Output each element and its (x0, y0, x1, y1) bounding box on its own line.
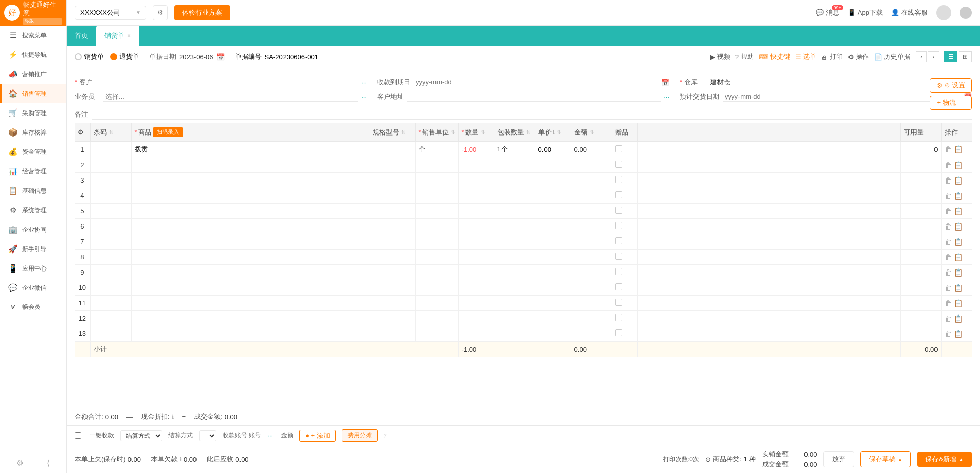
gift-checkbox[interactable] (615, 207, 622, 214)
settings-bottom-icon[interactable]: ⚙ (16, 458, 24, 468)
cell-product[interactable] (131, 173, 369, 188)
sidebar-item-operations[interactable]: 📊 经营管理 (0, 162, 66, 181)
cell-barcode[interactable] (90, 280, 131, 296)
cell-spec[interactable] (369, 204, 415, 219)
spec-input[interactable] (373, 192, 412, 199)
receive-date-input[interactable] (413, 77, 656, 87)
price-input[interactable] (538, 314, 568, 322)
cell-product[interactable] (131, 219, 369, 234)
copy-icon[interactable]: 📋 (954, 145, 963, 153)
spec-input[interactable] (373, 176, 412, 184)
cell-product[interactable] (131, 142, 369, 157)
cell-product[interactable] (131, 280, 369, 296)
cell-barcode[interactable] (90, 219, 131, 234)
sidebar-item-enterprise[interactable]: 🏢 企业协同 (0, 220, 66, 239)
price-input[interactable] (538, 238, 568, 245)
delete-icon[interactable]: 🗑 (945, 222, 952, 231)
sidebar-item-guide[interactable]: 🚀 新手引导 (0, 239, 66, 259)
video-link[interactable]: ▶ 视频 (710, 52, 730, 61)
th-qty[interactable]: * 数量 ⇅ (458, 123, 494, 142)
cell-product[interactable] (131, 326, 369, 342)
cell-product[interactable] (131, 157, 369, 173)
cell-spec[interactable] (369, 188, 415, 204)
barcode-input[interactable] (94, 176, 128, 184)
qty-input[interactable] (462, 176, 491, 184)
payment-account-select[interactable] (199, 430, 216, 441)
delete-icon[interactable]: 🗑 (945, 176, 952, 185)
qty-input[interactable] (462, 222, 491, 230)
cell-barcode[interactable] (90, 311, 131, 326)
qty-input[interactable] (462, 207, 491, 215)
th-spec[interactable]: 规格型号 ⇅ (369, 123, 415, 142)
copy-icon[interactable]: 📋 (954, 314, 963, 323)
sidebar-item-shortcut[interactable]: ⚡ 快捷导航 (0, 45, 66, 64)
cell-spec[interactable] (369, 219, 415, 234)
product-input[interactable] (135, 330, 366, 337)
tab-sales-order[interactable]: 销货单 × (96, 26, 139, 46)
price-input[interactable] (538, 222, 568, 230)
cell-price[interactable] (535, 204, 571, 219)
cell-qty[interactable] (458, 173, 494, 188)
spec-input[interactable] (373, 330, 412, 337)
th-unit[interactable]: * 销售单位 ⇅ (415, 123, 458, 142)
sidebar-item-inventory[interactable]: 📦 库存核算 (0, 123, 66, 142)
cell-price[interactable] (535, 188, 571, 204)
cell-price[interactable] (535, 250, 571, 265)
barcode-input[interactable] (94, 299, 128, 307)
delete-icon[interactable]: 🗑 (945, 330, 952, 338)
barcode-input[interactable] (94, 268, 128, 276)
cell-price[interactable] (535, 311, 571, 326)
avatar[interactable] (936, 5, 951, 20)
sidebar-item-sales[interactable]: 🏠 销售管理 (0, 84, 66, 103)
cell-gift[interactable] (612, 188, 637, 204)
cell-gift[interactable] (612, 265, 637, 280)
qty-input[interactable] (462, 253, 491, 261)
spec-input[interactable] (373, 268, 412, 276)
cell-gift[interactable] (612, 326, 637, 342)
gift-checkbox[interactable] (615, 253, 622, 260)
expense-split-button[interactable]: 费用分摊 (342, 429, 378, 442)
th-barcode[interactable]: 条码 ⇅ (90, 123, 131, 142)
expected-date-input[interactable] (723, 92, 959, 102)
barcode-input[interactable] (94, 330, 128, 337)
cell-spec[interactable] (369, 326, 415, 342)
product-input[interactable] (135, 222, 366, 230)
product-input[interactable] (135, 192, 366, 199)
sidebar-item-appstore[interactable]: 📱 应用中心 (0, 259, 66, 278)
cell-qty[interactable] (458, 326, 494, 342)
remark-input[interactable] (92, 109, 972, 120)
cell-price[interactable] (535, 173, 571, 188)
cell-price[interactable] (535, 157, 571, 173)
price-input[interactable] (538, 299, 568, 307)
copy-icon[interactable]: 📋 (954, 238, 963, 246)
app-download-button[interactable]: 📱 App下载 (847, 8, 883, 17)
qty-input[interactable] (462, 161, 491, 169)
product-input[interactable] (135, 238, 366, 245)
delete-icon[interactable]: 🗑 (945, 299, 952, 307)
barcode-input[interactable] (94, 314, 128, 322)
tab-close-icon[interactable]: × (127, 32, 131, 39)
cell-price[interactable] (535, 219, 571, 234)
barcode-input[interactable] (94, 284, 128, 291)
qty-input[interactable] (462, 238, 491, 245)
warehouse-input[interactable] (708, 77, 963, 87)
receive-date-calendar-icon[interactable]: 📅 (661, 79, 669, 86)
cell-barcode[interactable] (90, 265, 131, 280)
cell-spec[interactable] (369, 311, 415, 326)
copy-icon[interactable]: 📋 (954, 207, 963, 215)
cell-qty[interactable] (458, 204, 494, 219)
operation-link[interactable]: ⚙ 操作 (848, 52, 869, 61)
spec-input[interactable] (373, 161, 412, 169)
price-input[interactable] (538, 146, 568, 153)
history-link[interactable]: 📄 历史单据 (874, 52, 910, 61)
th-available[interactable]: 可用量 (900, 123, 941, 142)
scan-button[interactable]: 扫码录入 (153, 127, 183, 137)
cell-price[interactable] (535, 142, 571, 157)
delete-icon[interactable]: 🗑 (945, 268, 952, 277)
qty-input[interactable] (462, 314, 491, 322)
qty-input[interactable] (462, 284, 491, 291)
cell-qty[interactable] (458, 142, 494, 157)
customer-addr-input[interactable] (407, 92, 661, 102)
cell-gift[interactable] (612, 234, 637, 250)
delete-icon[interactable]: 🗑 (945, 314, 952, 323)
